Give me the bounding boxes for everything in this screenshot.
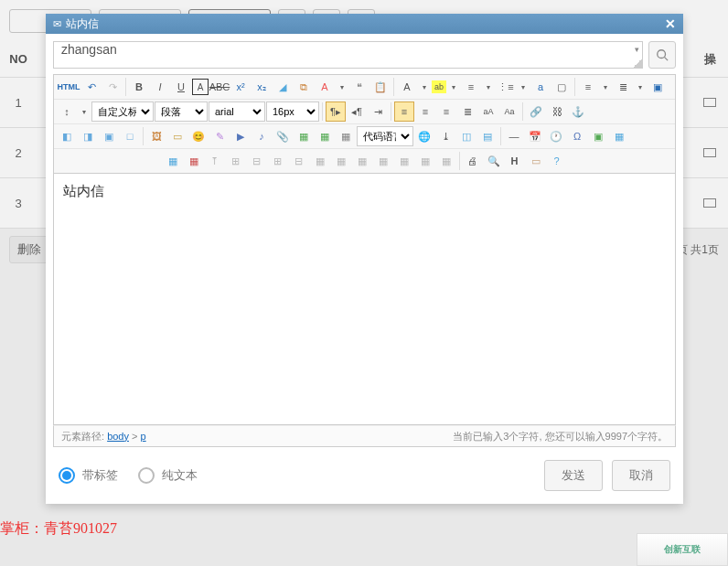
backcolor-button[interactable]: ab <box>432 80 446 93</box>
wordimage-button[interactable]: ▦ <box>609 126 629 146</box>
lineheight-top-button[interactable]: ↕ <box>57 101 77 122</box>
delete-table-button[interactable]: ▦ <box>184 151 204 171</box>
search-replace-button[interactable]: H <box>505 151 525 171</box>
img-none-button[interactable]: □ <box>120 126 140 146</box>
split-cols-button[interactable]: ▦ <box>415 151 435 171</box>
scrawl-button[interactable]: ✎ <box>209 126 230 146</box>
editor-content[interactable]: 站内信 <box>53 174 676 425</box>
merge-down-button[interactable]: ▦ <box>352 151 372 171</box>
img-center-button[interactable]: ▣ <box>99 126 119 146</box>
send-button[interactable]: 发送 <box>544 460 603 491</box>
link-button[interactable]: 🔗 <box>526 101 546 122</box>
rtl-button[interactable]: ◂¶ <box>347 101 367 122</box>
insert-code-button[interactable]: ▦ <box>336 126 356 146</box>
redo-button[interactable]: ↷ <box>102 77 123 97</box>
paragraph-select[interactable]: 段落 <box>155 101 208 122</box>
delete-col-button[interactable]: ⊟ <box>289 151 309 171</box>
subscript-button[interactable]: x₂ <box>252 77 272 97</box>
align-justify-button[interactable]: ≣ <box>457 101 477 122</box>
eraser-button[interactable]: ◢ <box>273 77 293 97</box>
insert-frame-button[interactable]: ▭ <box>167 126 187 146</box>
dropdown-arrow-icon[interactable]: ▾ <box>635 45 639 54</box>
font-family-select[interactable]: arial <box>209 101 265 122</box>
insert-row-button[interactable]: ⊞ <box>226 151 246 171</box>
special-char-button[interactable]: Ω <box>567 126 587 146</box>
insert-image-button[interactable]: 🖼 <box>146 126 166 146</box>
insert-col-button[interactable]: ⊞ <box>268 151 288 171</box>
editor-statusbar: 元素路径: body > p 当前已输入3个字符, 您还可以输入9997个字符。 <box>53 425 676 447</box>
date-button[interactable]: 📅 <box>525 126 545 146</box>
path-p-link[interactable]: p <box>141 431 146 442</box>
charts-button[interactable]: ▦ <box>436 151 456 171</box>
resize-corner-icon <box>633 59 642 68</box>
format-brush-button[interactable]: ⧉ <box>294 77 314 97</box>
bold-button[interactable]: B <box>129 77 149 97</box>
drafts-button[interactable]: ▭ <box>526 151 546 171</box>
recipient-input[interactable]: zhangsan ▾ <box>53 41 643 69</box>
ordered-list-button[interactable]: ≡ <box>461 77 481 97</box>
table-button[interactable]: ▦ <box>163 151 183 171</box>
align-left-button[interactable]: ≡ <box>394 101 414 122</box>
img-right-button[interactable]: ◨ <box>78 126 98 146</box>
superscript-button[interactable]: x² <box>230 77 251 97</box>
pagebreak-button[interactable]: ⤓ <box>435 126 455 146</box>
radio-plain[interactable] <box>138 467 155 484</box>
map-button[interactable]: ▦ <box>294 126 314 146</box>
preview-button[interactable]: 🔍 <box>484 151 504 171</box>
insert-para-before-button[interactable]: ⤒ <box>205 151 225 171</box>
blockquote-button[interactable]: ❝ <box>349 77 369 97</box>
fontfamily-button[interactable]: A <box>397 77 417 97</box>
underline-button[interactable]: U <box>171 77 191 97</box>
delete-row-button[interactable]: ⊟ <box>247 151 267 171</box>
radio-tagged[interactable] <box>59 467 75 484</box>
forecolor-button[interactable]: A <box>315 77 335 97</box>
close-icon[interactable]: ✕ <box>665 16 676 31</box>
rowspacing-button[interactable]: ≡ <box>578 77 598 97</box>
template-button[interactable]: ◫ <box>456 126 476 146</box>
anchor-button[interactable]: ⚓ <box>568 101 588 122</box>
merge-cells-button[interactable]: ▦ <box>310 151 330 171</box>
search-button[interactable] <box>648 41 676 69</box>
lineheight-button[interactable]: ≣ <box>613 77 633 97</box>
undo-button[interactable]: ↶ <box>81 77 102 97</box>
font-size-select[interactable]: 16px <box>266 101 319 122</box>
unlink-button[interactable]: ⛓ <box>547 101 567 122</box>
code-language-select[interactable]: 代码语言 <box>357 126 413 146</box>
forecolor-dropdown[interactable]: ▾ <box>336 83 348 91</box>
hr-button[interactable]: — <box>504 126 524 146</box>
video-button[interactable]: ▶ <box>230 126 251 146</box>
selectall-button[interactable]: a <box>530 77 551 97</box>
merge-right-button[interactable]: ▦ <box>331 151 351 171</box>
pasteplain-button[interactable]: 📋 <box>370 77 391 97</box>
split-cells-button[interactable]: ▦ <box>373 151 393 171</box>
emoji-button[interactable]: 😊 <box>188 126 209 146</box>
music-button[interactable]: ♪ <box>252 126 272 146</box>
message-modal: ✉ 站内信 ✕ zhangsan ▾ HTML ↶ ↷ B I <box>46 14 683 504</box>
custom-style-select[interactable]: 自定义标题 <box>91 101 154 122</box>
align-right-button[interactable]: ≡ <box>436 101 456 122</box>
help-button[interactable]: ? <box>547 151 567 171</box>
cancel-button[interactable]: 取消 <box>612 460 670 491</box>
split-rows-button[interactable]: ▦ <box>394 151 414 171</box>
font-border-button[interactable]: A <box>192 79 209 95</box>
path-body-link[interactable]: body <box>107 431 129 442</box>
unordered-list-button[interactable]: ⋮≡ <box>496 77 516 97</box>
webapp-button[interactable]: 🌐 <box>414 126 434 146</box>
snapscreen-button[interactable]: ▣ <box>588 126 608 146</box>
tolowercase-button[interactable]: Aa <box>499 101 519 122</box>
fullscreen-button[interactable]: ▣ <box>648 77 668 97</box>
gmap-button[interactable]: ▦ <box>315 126 335 146</box>
strikethrough-button[interactable]: ABC <box>209 77 230 97</box>
italic-button[interactable]: I <box>150 77 170 97</box>
img-left-button[interactable]: ◧ <box>57 126 77 146</box>
attachment-button[interactable]: 📎 <box>273 126 293 146</box>
html-source-button[interactable]: HTML <box>57 77 80 97</box>
ltr-button[interactable]: ¶▸ <box>326 101 346 122</box>
touppercase-button[interactable]: aA <box>478 101 498 122</box>
cleardoc-button[interactable]: ▢ <box>551 77 572 97</box>
indent-button[interactable]: ⇥ <box>368 101 388 122</box>
background-button[interactable]: ▤ <box>477 126 498 146</box>
align-center-button[interactable]: ≡ <box>415 101 435 122</box>
time-button[interactable]: 🕐 <box>546 126 566 146</box>
print-button[interactable]: 🖨 <box>463 151 483 171</box>
